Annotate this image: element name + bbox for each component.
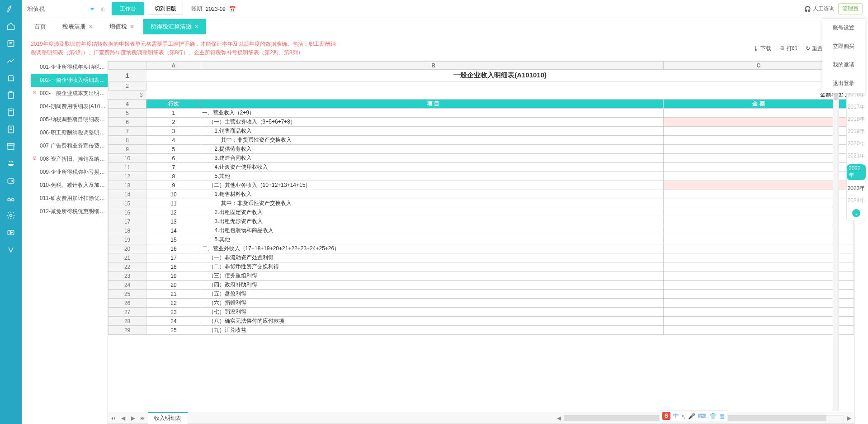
cell-amount[interactable] — [663, 290, 854, 299]
user-menu-item[interactable]: 账号设置 — [822, 19, 865, 37]
vscroll-track[interactable] — [833, 63, 839, 410]
hscroll-right-icon[interactable]: ▶ — [844, 415, 854, 421]
module-selector[interactable]: 增值税 — [27, 5, 94, 13]
row-header[interactable]: 7 — [108, 127, 146, 136]
row-header[interactable]: 24 — [108, 281, 146, 290]
year-item[interactable]: 2023年 — [848, 185, 865, 192]
cell-amount[interactable] — [663, 136, 854, 145]
cell-amount[interactable] — [663, 163, 854, 172]
chart-icon[interactable] — [6, 56, 15, 65]
collapse-icon[interactable]: ◐ — [101, 6, 105, 12]
ime-keyboard-icon[interactable]: ⌨ — [698, 413, 707, 419]
calc-icon[interactable] — [6, 108, 15, 117]
row-header[interactable]: 19 — [108, 235, 146, 244]
ime-punct-icon[interactable]: •, — [682, 413, 685, 419]
col-header[interactable]: B — [201, 62, 663, 70]
tab[interactable]: 首页 — [27, 19, 53, 34]
cell-amount[interactable] — [663, 317, 854, 326]
bag-icon[interactable] — [6, 73, 15, 82]
user-menu-item[interactable]: 立即购买 — [822, 37, 865, 56]
row-header[interactable]: 18 — [108, 226, 146, 235]
row-header[interactable]: 20 — [108, 244, 146, 253]
clipboard-icon[interactable] — [6, 91, 15, 100]
user-menu-item[interactable]: 我的邀请 — [822, 56, 865, 74]
row-header[interactable]: 25 — [108, 290, 146, 299]
workbench-button[interactable]: 工作台 — [112, 2, 144, 15]
sheet-prev-icon[interactable]: ◀ — [118, 415, 128, 421]
row-header[interactable]: 5 — [108, 109, 146, 118]
year-item[interactable]: 2019年 — [848, 128, 865, 135]
form-list-item[interactable]: 004-期间费用明细表(A1040... — [31, 100, 108, 113]
form-list-item[interactable]: 001-企业所得税年度纳税申... — [31, 61, 108, 74]
row-header[interactable]: 11 — [108, 163, 146, 172]
cell-amount[interactable] — [663, 253, 854, 262]
hscroll-left-icon[interactable]: ◀ — [554, 415, 564, 421]
cell-amount[interactable] — [663, 308, 854, 317]
inbox-icon[interactable] — [6, 194, 15, 203]
tab[interactable]: 所得税汇算清缴✕ — [143, 19, 206, 34]
row-header[interactable]: 12 — [108, 172, 146, 181]
form-list-item[interactable]: 011-研发费用加计扣除优惠... — [31, 192, 108, 205]
print-button[interactable]: 🖶打印 — [779, 45, 797, 52]
form-list-item[interactable]: 012-减免所得税优惠明细表(... — [31, 205, 108, 218]
row-header[interactable]: 27 — [108, 308, 146, 317]
form-list-item[interactable]: 006-职工薪酬纳税调整明细... — [31, 126, 108, 139]
cell-amount[interactable] — [663, 118, 854, 127]
tab[interactable]: 增值税✕ — [102, 19, 142, 34]
consult-button[interactable]: 🎧 人工咨询 — [804, 5, 835, 13]
reset-button[interactable]: ↻重置 — [806, 45, 823, 52]
ime-grid-icon[interactable]: ▦ — [719, 413, 725, 419]
row-header[interactable]: 13 — [108, 181, 146, 190]
row-header[interactable]: 29 — [108, 326, 146, 335]
row-header[interactable]: 26 — [108, 299, 146, 308]
cell-amount[interactable] — [663, 326, 854, 335]
year-item[interactable]: 2021年 — [848, 152, 865, 160]
row-header[interactable]: 14 — [108, 190, 146, 199]
row-header[interactable]: 10 — [108, 154, 146, 163]
cell-amount[interactable] — [663, 244, 854, 253]
form-list-item[interactable]: 008-资产折旧、摊销及纳税... — [31, 152, 108, 166]
cell-amount[interactable] — [663, 199, 854, 208]
cell-amount[interactable] — [663, 299, 854, 308]
download-button[interactable]: ⭳下载 — [753, 45, 771, 52]
cell-amount[interactable] — [663, 181, 854, 190]
sheet-next-icon[interactable]: ▶ — [128, 415, 138, 421]
col-header[interactable]: A — [146, 62, 201, 70]
year-item[interactable]: 2020年 — [848, 140, 865, 148]
cell-amount[interactable] — [663, 217, 854, 226]
year-item[interactable]: 2024年 — [848, 197, 865, 205]
year-item[interactable]: 2022年 — [847, 164, 866, 180]
book-icon[interactable] — [6, 39, 15, 48]
tab[interactable]: 税表清册✕ — [55, 19, 100, 34]
form-list-item[interactable]: 002-一般企业收入明细表(A1... — [31, 74, 108, 87]
form-list-item[interactable]: 003-一般企业成本支出明细... — [31, 87, 108, 100]
cell-amount[interactable] — [663, 109, 854, 118]
cell-amount[interactable] — [663, 235, 854, 244]
year-item[interactable]: 2017年 — [848, 103, 865, 111]
row-header[interactable]: 17 — [108, 217, 146, 226]
bowl-icon[interactable] — [6, 159, 15, 168]
close-icon[interactable]: ✕ — [89, 24, 93, 30]
sheet-first-icon[interactable]: ⏮ — [108, 415, 118, 421]
cell-amount[interactable] — [663, 208, 854, 217]
sheet-last-icon[interactable]: ⏭ — [138, 415, 148, 421]
logo-icon[interactable] — [6, 5, 15, 14]
ime-mic-icon[interactable]: 🎤 — [688, 413, 695, 419]
year-item[interactable]: 2018年 — [848, 115, 865, 123]
form-list-item[interactable]: 009-企业所得税弥补亏损明... — [31, 166, 108, 179]
gear-icon[interactable] — [6, 211, 15, 220]
ime-lang[interactable]: 中 — [673, 412, 679, 420]
cell-amount[interactable] — [663, 145, 854, 154]
close-icon[interactable]: ✕ — [194, 24, 199, 30]
close-icon[interactable]: ✕ — [130, 24, 134, 30]
row-header[interactable]: 15 — [108, 199, 146, 208]
row-header[interactable]: 21 — [108, 253, 146, 262]
sheet-grid[interactable]: ABC1一般企业收入明细表(A101010)23金额单位: 元4行次项 目金 额… — [108, 61, 854, 412]
sheet-tab[interactable]: 收入明细表 — [148, 412, 188, 424]
wallet-icon[interactable] — [6, 176, 15, 186]
home-icon[interactable] — [6, 22, 15, 31]
cell-amount[interactable] — [663, 281, 854, 290]
form-list-item[interactable]: 005-纳税调整项目明细表(A1... — [31, 113, 108, 126]
cell-amount[interactable] — [663, 262, 854, 272]
cell-amount[interactable] — [663, 172, 854, 181]
